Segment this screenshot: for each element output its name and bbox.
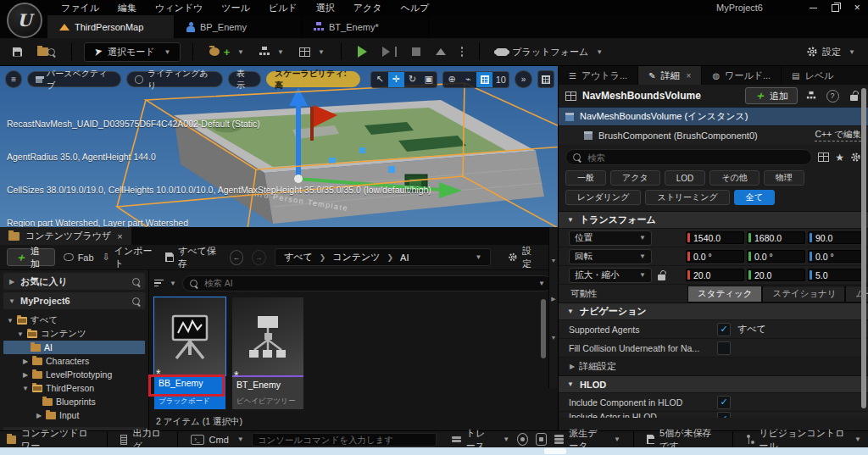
chip-rendering[interactable]: レンダリング	[565, 190, 641, 205]
location-x-field[interactable]: 1540.0	[686, 231, 744, 244]
eject-button[interactable]	[431, 46, 450, 58]
cinematics-button[interactable]: ▼	[295, 45, 329, 59]
back-button[interactable]: ←	[230, 250, 244, 265]
collapsed-panel-strip[interactable]: ▼ ▶ ▼	[548, 227, 558, 388]
supported-agents-checkbox[interactable]: ✓	[717, 323, 731, 336]
viewport-options-button[interactable]: ≡	[5, 70, 22, 88]
tab-details[interactable]: ✎詳細×	[638, 66, 702, 85]
rotate-tool-button[interactable]: ↻	[404, 72, 420, 87]
move-tool-button[interactable]: ✛	[388, 72, 404, 87]
chip-all[interactable]: 全て	[734, 190, 775, 205]
tab-bp-enemy[interactable]: BP_Enemy	[175, 15, 302, 38]
tree-item-levelprototyping[interactable]: ▶LevelPrototyping	[3, 368, 145, 381]
tree-item-all[interactable]: ▼すべて	[3, 314, 145, 327]
component-row-brush[interactable]: BrushComponent (BrushComponent0) C++ で編集	[559, 125, 868, 144]
breadcrumb[interactable]: すべて ❯ コンテンツ ❯ AI ▼	[275, 248, 491, 266]
chip-physics[interactable]: 物理	[764, 170, 804, 186]
menu-tools[interactable]: ツール	[221, 2, 250, 14]
tree-item-content[interactable]: ▼コンテンツ	[3, 327, 145, 341]
menu-actor[interactable]: アクタ	[353, 2, 382, 14]
location-dropdown[interactable]: 位置▼	[569, 230, 652, 246]
cb-settings-button[interactable]: 設定	[508, 245, 539, 270]
help-button[interactable]: ?	[825, 89, 840, 103]
perspective-button[interactable]: パースペクティブ	[27, 71, 121, 87]
search-icon[interactable]	[132, 297, 140, 305]
section-transform[interactable]: ▼ トランスフォーム	[559, 211, 868, 228]
stop-button[interactable]	[408, 45, 425, 58]
rotation-dropdown[interactable]: 回転▼	[569, 249, 652, 264]
scale-y-field[interactable]: 20.0	[747, 269, 805, 281]
menu-build[interactable]: ビルド	[269, 2, 298, 14]
save-level-button[interactable]	[8, 45, 26, 59]
content-browser-tab[interactable]: コンテンツブラウザ ×	[0, 227, 131, 245]
add-asset-button[interactable]: ＋追加	[7, 248, 55, 266]
select-tool-button[interactable]: ↖	[371, 72, 387, 87]
menu-file[interactable]: ファイル	[61, 2, 99, 14]
tab-levels[interactable]: ▤レベル	[782, 66, 843, 85]
tab-world-settings[interactable]: ◍ワールド...	[702, 66, 782, 85]
scale-lock-icon[interactable]	[658, 275, 665, 280]
favorites-header[interactable]: ▶ お気に入り	[3, 273, 145, 290]
scalability-badge[interactable]: スケーラビリティ:高	[266, 71, 360, 87]
tree-item-ai[interactable]: AI	[3, 341, 145, 354]
scale-dropdown[interactable]: 拡大・縮小▼	[569, 268, 652, 283]
chip-actor[interactable]: アクタ	[610, 170, 660, 186]
rotation-z-field[interactable]: 0.0 °	[808, 250, 866, 263]
add-component-button[interactable]: ＋追加	[745, 87, 798, 104]
editor-mode-select[interactable]: ➤ 選択モード ▼	[84, 42, 181, 62]
mobility-static-button[interactable]: スタティック	[687, 286, 762, 302]
blueprint-script-button[interactable]	[804, 89, 819, 103]
section-hlod[interactable]: ▼ HLOD	[559, 375, 868, 392]
breadcrumb-all[interactable]: すべて	[284, 251, 313, 264]
show-button[interactable]: 表示	[228, 71, 261, 87]
chip-misc[interactable]: その他	[709, 170, 759, 186]
close-button[interactable]: ×	[846, 2, 868, 14]
rotation-x-field[interactable]: 0.0 °	[686, 250, 744, 263]
surface-snap-button[interactable]: ⌁	[460, 72, 476, 87]
view-mode-button[interactable]: ライティングあり	[126, 71, 222, 87]
tab-bt-enemy[interactable]: BT_Enemy*	[302, 15, 429, 38]
content-browser-button[interactable]	[33, 45, 59, 58]
minimize-button[interactable]	[802, 2, 824, 14]
screenshot-icon[interactable]	[536, 433, 547, 446]
tree-item-blueprints[interactable]: Blueprints	[3, 395, 145, 408]
project-header[interactable]: ▼ MyProject6	[3, 292, 145, 309]
component-row-instance[interactable]: NavMeshBoundsVolume (インスタンス)	[559, 107, 868, 125]
display-options-icon[interactable]	[818, 153, 829, 162]
tree-item-thirdperson[interactable]: ▼ThirdPerson	[3, 381, 145, 395]
lock-button[interactable]	[846, 89, 861, 103]
forward-button[interactable]: →	[252, 250, 266, 265]
search-icon[interactable]	[132, 278, 140, 286]
menu-window[interactable]: ウィンドウ	[155, 2, 203, 14]
favorites-star-icon[interactable]: ★	[835, 152, 844, 164]
maximize-viewport-button[interactable]	[537, 70, 554, 88]
grid-snap-button[interactable]	[476, 72, 492, 87]
asset-search-input[interactable]	[203, 277, 530, 289]
add-actor-button[interactable]: +▼	[205, 43, 249, 61]
section-navigation[interactable]: ▼ ナビゲーション	[559, 302, 868, 319]
include-component-checkbox[interactable]: ✓	[717, 396, 731, 409]
rotation-y-field[interactable]: 0.0 °	[747, 250, 805, 263]
asset-card-bb-enemy[interactable]: * BB_Enemy ブラックボード	[154, 297, 225, 409]
grid-snap-value[interactable]: 10	[492, 72, 509, 87]
cmd-dropdown[interactable]: ›_Cmd▼	[191, 435, 244, 445]
restore-button[interactable]	[824, 2, 846, 14]
details-search[interactable]	[565, 149, 812, 165]
scale-tool-button[interactable]: ▣	[420, 72, 437, 87]
world-coordinate-button[interactable]: ⊕	[443, 72, 459, 87]
more-tools-button[interactable]: »	[515, 70, 531, 88]
chip-general[interactable]: 一般	[565, 170, 606, 186]
breadcrumb-content[interactable]: コンテンツ	[332, 251, 380, 264]
insights-icon[interactable]	[517, 433, 528, 446]
close-tab-icon[interactable]: ×	[687, 71, 692, 80]
asset-view-scrollbar[interactable]	[541, 299, 546, 358]
gear-icon[interactable]	[850, 152, 861, 163]
tree-item-characters[interactable]: ▶Characters	[3, 354, 145, 368]
play-options-button[interactable]	[457, 44, 468, 59]
frame-skip-button[interactable]	[378, 44, 401, 59]
close-tab-icon[interactable]: ×	[117, 231, 122, 241]
asset-card-bt-enemy[interactable]: * BT_Enemy ビヘイビアツリー	[232, 297, 303, 409]
location-z-field[interactable]: 90.0	[808, 231, 866, 244]
menu-help[interactable]: ヘルプ	[400, 2, 429, 14]
menu-edit[interactable]: 編集	[118, 2, 136, 14]
